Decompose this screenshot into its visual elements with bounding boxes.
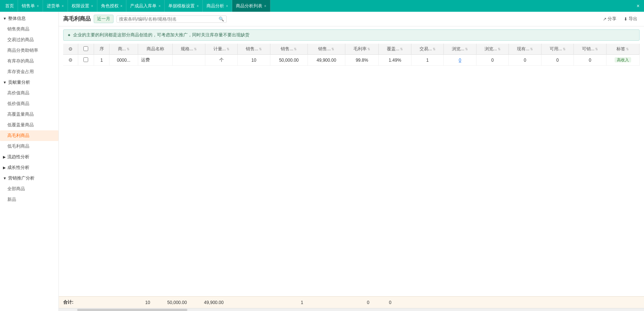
- nav-tab-close-6[interactable]: ×: [197, 4, 199, 8]
- sidebar-item-1-5[interactable]: 低毛利商品: [0, 141, 58, 152]
- cell-trade-0: 1: [411, 55, 444, 66]
- nav-tab-4[interactable]: 角色授权×: [97, 0, 127, 12]
- cell-cover-0: 1.49%: [379, 55, 411, 66]
- sidebar-item-1-0[interactable]: 高价值商品: [0, 88, 58, 98]
- sort-icon-avail: ⇅: [563, 47, 566, 51]
- nav-tab-8[interactable]: 商品分析列表×: [232, 0, 270, 12]
- sidebar-item-0-3[interactable]: 有库存的商品: [0, 56, 58, 66]
- export-icon: ⬇: [624, 17, 627, 22]
- nav-tab-0[interactable]: 首页: [1, 0, 18, 12]
- sidebar-group-4[interactable]: ▼营销推广分析: [0, 173, 58, 184]
- nav-tab-close-5[interactable]: ×: [158, 4, 161, 8]
- share-button[interactable]: ↗ 分享: [601, 15, 619, 23]
- search-icon[interactable]: 🔍: [219, 17, 224, 22]
- col-header-margin[interactable]: 毛利率⇅: [345, 44, 378, 55]
- sidebar-item-0-0[interactable]: 销售类商品: [0, 24, 58, 35]
- col-header-name[interactable]: 商品名称: [138, 44, 172, 55]
- search-input[interactable]: [119, 17, 219, 22]
- col-header-checkbox[interactable]: [78, 44, 94, 55]
- col-header-view1[interactable]: 浏览...⇅: [444, 44, 476, 55]
- footer-current: 0: [357, 300, 379, 305]
- col-header-code[interactable]: 商...⇅: [109, 44, 138, 55]
- export-button[interactable]: ⬇ 导出: [622, 15, 640, 23]
- sidebar-item-1-4[interactable]: 高毛利商品: [0, 130, 58, 141]
- sidebar-group-2[interactable]: ▶流趋性分析: [0, 152, 58, 162]
- top-nav: 首页销售单×进货单×权限设置×角色授权×产成品入库单×单据模板设置×商品分析×商…: [0, 0, 644, 12]
- col-header-sellable[interactable]: 可销...⇅: [574, 44, 607, 55]
- footer-cost: 49,900.00: [195, 300, 232, 305]
- sidebar-arrow-0: ▼: [3, 17, 7, 21]
- sort-icon-margin: ⇅: [367, 47, 370, 51]
- col-header-trade[interactable]: 交易...⇅: [411, 44, 444, 55]
- col-header-cost[interactable]: 销售...⇅: [307, 44, 345, 55]
- col-header-avail[interactable]: 可用...⇅: [541, 44, 574, 55]
- cell-sellable-0: 0: [574, 55, 607, 66]
- nav-tab-close-2[interactable]: ×: [62, 4, 64, 8]
- footer-cover: [262, 300, 291, 305]
- sort-icon-spec: ⇅: [194, 47, 197, 51]
- sidebar-item-1-1[interactable]: 低价值商品: [0, 98, 58, 109]
- sort-icon-current: ⇅: [530, 47, 533, 51]
- close-all-button[interactable]: ×: [634, 3, 643, 9]
- sidebar-item-4-0[interactable]: 全部商品: [0, 184, 58, 194]
- nav-tab-5[interactable]: 产成品入库单×: [126, 0, 165, 12]
- scrollbar-thumb[interactable]: [77, 309, 187, 311]
- scrollbar-area[interactable]: [59, 308, 644, 311]
- cell-view1-0: 0: [444, 55, 476, 66]
- sidebar-item-0-4[interactable]: 库存资金占用: [0, 66, 58, 77]
- select-all-checkbox[interactable]: [83, 46, 88, 51]
- cell-cost-0: 49,900.00: [307, 55, 345, 66]
- sort-icon-qty: ⇅: [259, 47, 262, 51]
- sidebar-group-0[interactable]: ▼整体信息: [0, 13, 58, 24]
- sort-icon-view2: ⇅: [498, 47, 501, 51]
- nav-tab-1[interactable]: 销售单×: [18, 0, 43, 12]
- sidebar-item-1-3[interactable]: 低覆盖量商品: [0, 120, 58, 130]
- sidebar-arrow-4: ▼: [3, 176, 7, 180]
- footer-qty: [107, 300, 137, 305]
- col-header-current[interactable]: 现有...⇅: [509, 44, 542, 55]
- footer-view1: [313, 300, 335, 305]
- sidebar-group-3[interactable]: ▶成长性分析: [0, 162, 58, 173]
- sidebar-item-0-1[interactable]: 交易过的商品: [0, 35, 58, 45]
- nav-tab-close-7[interactable]: ×: [226, 4, 228, 8]
- footer-totals: 合计: 10 50,000.00 49,900.00 1 0 0: [59, 296, 644, 308]
- col-header-unit[interactable]: 计量...⇅: [205, 44, 238, 55]
- row-checkbox[interactable]: [83, 57, 88, 62]
- nav-tab-6[interactable]: 单据模板设置×: [165, 0, 203, 12]
- cell-current-0: 0: [509, 55, 542, 66]
- time-filter-button[interactable]: 近一月: [94, 15, 114, 23]
- footer-margin: [232, 300, 262, 305]
- col-header-qty[interactable]: 销售...⇅: [238, 44, 270, 55]
- gear-icon: ⚙: [68, 46, 73, 52]
- cell-spec-0: [173, 55, 205, 66]
- nav-tab-close-1[interactable]: ×: [37, 4, 39, 8]
- nav-tab-3[interactable]: 权限设置×: [68, 0, 97, 12]
- sidebar-group-1[interactable]: ▼贡献量分析: [0, 77, 58, 88]
- col-header-cover[interactable]: 覆盖...⇅: [379, 44, 411, 55]
- col-header-seq[interactable]: 序: [94, 44, 109, 55]
- share-icon: ↗: [603, 17, 607, 22]
- page-title: 高毛利商品: [63, 15, 91, 22]
- col-header-tag[interactable]: 标签⇅: [606, 44, 639, 55]
- sort-icon-unit: ⇅: [227, 47, 230, 51]
- cell-name-0: 运费: [138, 55, 172, 66]
- sort-icon-amount: ⇅: [294, 47, 297, 51]
- nav-tab-7[interactable]: 商品分析×: [203, 0, 232, 12]
- sort-icon-cover: ⇅: [400, 47, 403, 51]
- sidebar-item-0-2[interactable]: 商品分类助销率: [0, 45, 58, 56]
- row-gear-icon[interactable]: ⚙: [68, 57, 73, 63]
- search-box: 🔍: [116, 15, 227, 23]
- nav-tab-close-3[interactable]: ×: [91, 4, 93, 8]
- nav-tab-close-4[interactable]: ×: [120, 4, 123, 8]
- col-header-spec[interactable]: 规格...⇅: [173, 44, 205, 55]
- cell-unit-0: 个: [205, 55, 238, 66]
- nav-tab-2[interactable]: 进货单×: [43, 0, 68, 12]
- nav-tab-close-8[interactable]: ×: [264, 4, 266, 8]
- col-header-gear[interactable]: ⚙: [63, 44, 78, 55]
- table-header: ⚙序商...⇅商品名称规格...⇅计量...⇅销售...⇅销售...⇅销售...…: [63, 44, 640, 55]
- col-header-view2[interactable]: 浏览...⇅: [476, 44, 509, 55]
- footer-trade: 1: [291, 300, 313, 305]
- col-header-amount[interactable]: 销售...⇅: [270, 44, 307, 55]
- sidebar-item-4-1[interactable]: 新品: [0, 194, 58, 205]
- sidebar-item-1-2[interactable]: 高覆盖量商品: [0, 109, 58, 120]
